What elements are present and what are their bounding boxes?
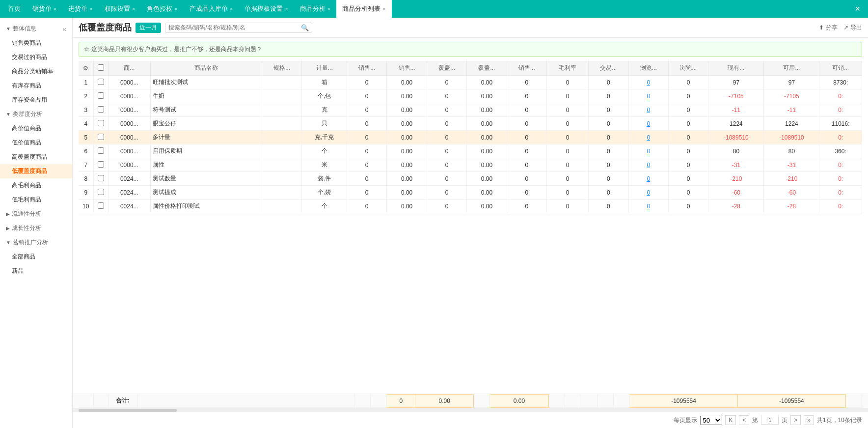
- last-page-button[interactable]: »: [804, 415, 814, 425]
- nav-close-icon[interactable]: ×: [132, 6, 135, 12]
- total-records-info: 共1页，10条记录: [817, 416, 862, 425]
- row-checkbox[interactable]: [93, 200, 108, 213]
- row-name: 测试数量: [150, 172, 262, 186]
- nav-product-analysis[interactable]: 商品分析 ×: [294, 0, 336, 18]
- row-select-checkbox[interactable]: [98, 202, 104, 209]
- row-select-checkbox[interactable]: [98, 92, 104, 99]
- content-header: 低覆盖度商品 近一月 🔍 ⬆ 分享 ↗ 导出: [73, 18, 868, 38]
- sidebar-item-category-rate[interactable]: 商品分类动销率: [0, 64, 72, 79]
- sidebar-item-capital[interactable]: 库存资金占用: [0, 93, 72, 107]
- page-number-input[interactable]: [761, 416, 779, 425]
- row-sales-qty: 0: [347, 76, 386, 89]
- sidebar-item-in-stock[interactable]: 有库存商品: [0, 79, 72, 93]
- sidebar-item-high-value[interactable]: 高价值商品: [0, 121, 72, 136]
- row-checkbox[interactable]: [93, 76, 108, 89]
- sidebar-item-all-goods[interactable]: 全部商品: [0, 250, 72, 264]
- row-browse1[interactable]: 0: [628, 158, 668, 172]
- row-sales-qty: 0: [347, 200, 386, 213]
- row-select-checkbox[interactable]: [98, 134, 104, 140]
- share-button[interactable]: ⬆ 分享: [819, 24, 838, 32]
- nav-close-icon[interactable]: ×: [174, 6, 177, 12]
- row-select-checkbox[interactable]: [98, 106, 104, 113]
- row-select-checkbox[interactable]: [98, 175, 104, 181]
- sidebar-collapse-icon[interactable]: «: [62, 25, 66, 33]
- nav-close-all-button[interactable]: ×: [849, 4, 866, 14]
- sidebar-section-overall[interactable]: ▼ 整体信息 «: [0, 22, 72, 36]
- row-checkbox[interactable]: [93, 186, 108, 200]
- settings-column-header[interactable]: ⚙: [79, 61, 93, 76]
- row-browse2: 0: [668, 158, 708, 172]
- nav-home[interactable]: 首页: [2, 0, 27, 18]
- search-input[interactable]: [168, 24, 301, 31]
- nav-close-icon[interactable]: ×: [230, 6, 233, 12]
- row-browse1[interactable]: 0: [628, 144, 668, 158]
- row-select-checkbox[interactable]: [98, 189, 104, 195]
- sidebar-section-marketing[interactable]: ▼ 营销推广分析: [0, 235, 72, 250]
- sidebar-item-low-coverage[interactable]: 低覆盖度商品: [0, 164, 72, 178]
- nav-sales-order[interactable]: 销货单 ×: [27, 0, 62, 18]
- row-browse1[interactable]: 0: [628, 200, 668, 213]
- nav-close-icon[interactable]: ×: [285, 6, 288, 12]
- select-all-checkbox[interactable]: [98, 64, 104, 71]
- row-checkbox[interactable]: [93, 117, 108, 131]
- row-trade: 0: [589, 144, 628, 158]
- row-gross-margin: 0: [547, 172, 589, 186]
- row-checkbox[interactable]: [93, 158, 108, 172]
- row-checkbox[interactable]: [93, 89, 108, 103]
- sidebar-section-cluster[interactable]: ▼ 类群度分析: [0, 107, 72, 121]
- row-available: 80: [764, 144, 819, 158]
- row-browse1[interactable]: 0: [628, 117, 668, 131]
- row-name: 眼宝公仔: [150, 117, 262, 131]
- row-browse1[interactable]: 0: [628, 186, 668, 200]
- row-select-checkbox[interactable]: [98, 120, 104, 126]
- total-empty7: [548, 394, 565, 408]
- nav-template-settings[interactable]: 单据模板设置 ×: [239, 0, 294, 18]
- first-page-button[interactable]: K: [725, 415, 736, 425]
- sidebar: ▼ 整体信息 « 销售类商品 交易过的商品 商品分类动销率 有库存商品 库存资金…: [0, 18, 73, 428]
- sidebar-item-traded-goods[interactable]: 交易过的商品: [0, 50, 72, 64]
- table-row: 3 0000... 符号测试 克 0 0.00 0 0.00 0 0 0 0 0…: [79, 103, 862, 117]
- sidebar-item-low-margin[interactable]: 低毛利商品: [0, 193, 72, 207]
- nav-permissions[interactable]: 权限设置 ×: [99, 0, 141, 18]
- row-checkbox[interactable]: [93, 172, 108, 186]
- row-browse1[interactable]: 0: [628, 172, 668, 186]
- nav-close-icon[interactable]: ×: [54, 6, 56, 12]
- period-button[interactable]: 近一月: [136, 23, 161, 33]
- row-browse1[interactable]: 0: [628, 103, 668, 117]
- checkbox-column-header[interactable]: [93, 61, 108, 76]
- export-button[interactable]: ↗ 导出: [843, 24, 862, 32]
- sidebar-section-liquidity[interactable]: ▶ 流通性分析: [0, 207, 72, 221]
- row-current-stock: 97: [708, 76, 764, 89]
- row-checkbox[interactable]: [93, 131, 108, 144]
- row-current-stock: -7105: [708, 89, 764, 103]
- row-select-checkbox[interactable]: [98, 79, 104, 85]
- sidebar-item-high-coverage[interactable]: 高覆盖度商品: [0, 150, 72, 164]
- row-select-checkbox[interactable]: [98, 147, 104, 154]
- row-browse1[interactable]: 0: [628, 131, 668, 144]
- nav-close-icon[interactable]: ×: [327, 6, 330, 12]
- nav-close-icon[interactable]: ×: [89, 6, 92, 12]
- row-checkbox[interactable]: [93, 144, 108, 158]
- row-browse1[interactable]: 0: [628, 76, 668, 89]
- nav-finished-goods[interactable]: 产成品入库单 ×: [184, 0, 239, 18]
- row-checkbox[interactable]: [93, 103, 108, 117]
- prev-page-button[interactable]: <: [739, 415, 749, 425]
- row-select-checkbox[interactable]: [98, 161, 104, 168]
- row-browse1[interactable]: 0: [628, 89, 668, 103]
- next-page-button[interactable]: >: [790, 415, 801, 425]
- search-icon[interactable]: 🔍: [301, 24, 309, 31]
- horizontal-scrollbar[interactable]: [79, 409, 177, 412]
- nav-product-analysis-list[interactable]: 商品分析列表 ×: [336, 0, 391, 18]
- sidebar-item-sales-goods[interactable]: 销售类商品: [0, 36, 72, 50]
- section-marketing-arrow-icon: ▼: [6, 240, 11, 245]
- sidebar-item-high-margin[interactable]: 高毛利商品: [0, 178, 72, 193]
- per-page-select[interactable]: 50 20 100: [700, 416, 722, 425]
- sidebar-item-low-value[interactable]: 低价值商品: [0, 136, 72, 150]
- sidebar-item-new-goods[interactable]: 新品: [0, 264, 72, 278]
- nav-close-active-icon[interactable]: ×: [382, 6, 385, 12]
- nav-purchase-order[interactable]: 进货单 ×: [62, 0, 98, 18]
- section-growth-arrow-icon: ▶: [6, 226, 10, 231]
- row-trade: 0: [589, 131, 628, 144]
- sidebar-section-growth[interactable]: ▶ 成长性分析: [0, 221, 72, 235]
- nav-role-auth[interactable]: 角色授权 ×: [141, 0, 183, 18]
